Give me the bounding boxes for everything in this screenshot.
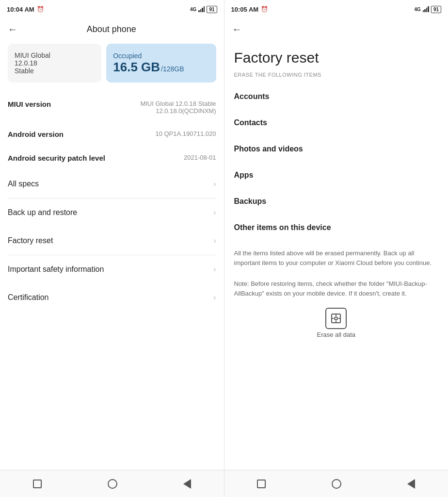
factory-reset-title: Factory reset	[224, 42, 448, 70]
miui-card-row: MIUI Global 12.0.18 Stable Occupied 16.5…	[8, 44, 216, 83]
signal-bars-right	[423, 6, 429, 12]
info-row-android: Android version 10 QP1A.190711.020	[0, 122, 224, 146]
miui-label3: Stable	[15, 67, 95, 75]
page-title-left: About phone	[21, 24, 216, 34]
miui-info-card: MIUI Global 12.0.18 Stable	[8, 44, 101, 83]
storage-total: /128GB	[161, 65, 184, 73]
network-label-left: 4G	[190, 7, 196, 12]
circle-nav-left[interactable]	[108, 479, 117, 489]
factory-content: Factory reset ERASE THE FOLLOWING ITEMS …	[224, 42, 448, 470]
chevron-cert: ›	[213, 293, 216, 302]
network-label-right: 4G	[415, 7, 421, 12]
info-row-security: Android security patch level 2021-08-01	[0, 146, 224, 170]
circle-nav-right[interactable]	[332, 479, 341, 489]
erase-all-container[interactable]: Erase all data	[224, 302, 448, 346]
alarm-icon-right: ⏰	[261, 6, 268, 13]
chevron-safety: ›	[213, 265, 216, 274]
storage-value: 16.5 GB	[113, 60, 160, 75]
nav-bar-left: ← About phone	[0, 17, 224, 42]
menu-label-backup: Back up and restore	[8, 208, 77, 217]
storage-card: Occupied 16.5 GB /128GB	[106, 44, 216, 83]
signal-bars-left	[198, 6, 205, 12]
erase-note-1: All the items listed above will be erase…	[224, 241, 448, 271]
info-value-security: 2021-08-01	[112, 154, 216, 161]
info-row-miui: MIUI version MIUI Global 12.0.18 Stable1…	[0, 92, 224, 122]
menu-row-safety[interactable]: Important safety information ›	[0, 255, 224, 283]
back-button-left[interactable]: ←	[8, 24, 21, 35]
erase-note-2: Note: Before restoring items, check whet…	[224, 271, 448, 302]
status-icons-right: 4G 91	[415, 6, 441, 13]
square-nav-left[interactable]	[33, 480, 42, 488]
status-icons-left: 4G 91	[190, 6, 217, 13]
info-label-security: Android security patch level	[8, 154, 112, 162]
time-right: 10:05 AM	[231, 6, 259, 13]
erase-subtitle: ERASE THE FOLLOWING ITEMS	[224, 70, 448, 83]
status-bar-right: 10:05 AM ⏰ 4G 91	[224, 0, 448, 17]
menu-label-factory: Factory reset	[8, 236, 53, 245]
occupied-label: Occupied	[113, 52, 209, 60]
erase-item-accounts: Accounts	[224, 83, 448, 110]
erase-item-backups: Backups	[224, 188, 448, 215]
bottom-nav-left	[0, 470, 224, 497]
svg-point-1	[335, 317, 337, 320]
menu-row-backup[interactable]: Back up and restore ›	[0, 199, 224, 227]
menu-label-allspecs: All specs	[8, 180, 39, 188]
back-button-right[interactable]: ←	[232, 24, 246, 35]
info-label-android: Android version	[8, 130, 112, 138]
square-nav-right[interactable]	[257, 480, 266, 488]
about-phone-screen: 10:04 AM ⏰ 4G 91 ← About phone	[0, 0, 224, 497]
chevron-allspecs: ›	[213, 180, 216, 188]
status-bar-left: 10:04 AM ⏰ 4G 91	[0, 0, 224, 17]
info-value-android: 10 QP1A.190711.020	[112, 130, 216, 137]
battery-right: 91	[431, 6, 441, 13]
erase-all-label: Erase all data	[317, 331, 356, 338]
erase-item-contacts: Contacts	[224, 110, 448, 136]
menu-label-cert: Certification	[8, 293, 48, 302]
about-content: MIUI Global 12.0.18 Stable Occupied 16.5…	[0, 42, 224, 470]
menu-row-allspecs[interactable]: All specs ›	[0, 170, 224, 198]
chevron-factory: ›	[213, 236, 216, 245]
erase-item-apps: Apps	[224, 162, 448, 188]
factory-reset-screen: 10:05 AM ⏰ 4G 91 ← Factory reset ERASE T…	[224, 0, 448, 497]
info-label-miui: MIUI version	[8, 100, 112, 108]
alarm-icon-left: ⏰	[37, 6, 44, 13]
triangle-nav-right[interactable]	[407, 479, 415, 489]
nav-bar-right: ←	[224, 17, 448, 42]
menu-row-cert[interactable]: Certification ›	[0, 283, 224, 312]
erase-all-icon	[325, 308, 347, 329]
menu-label-safety: Important safety information	[8, 265, 104, 274]
triangle-nav-left[interactable]	[183, 479, 191, 489]
battery-left: 91	[207, 6, 217, 13]
chevron-backup: ›	[213, 208, 216, 217]
menu-row-factory[interactable]: Factory reset ›	[0, 227, 224, 255]
time-left: 10:04 AM	[7, 6, 34, 13]
miui-label2: 12.0.18	[15, 59, 95, 67]
erase-item-other: Other items on this device	[224, 215, 448, 241]
miui-label1: MIUI Global	[15, 51, 95, 59]
bottom-nav-right	[224, 470, 448, 497]
info-value-miui: MIUI Global 12.0.18 Stable12.0.18.0(QCDI…	[112, 100, 216, 115]
erase-item-photos: Photos and videos	[224, 136, 448, 162]
